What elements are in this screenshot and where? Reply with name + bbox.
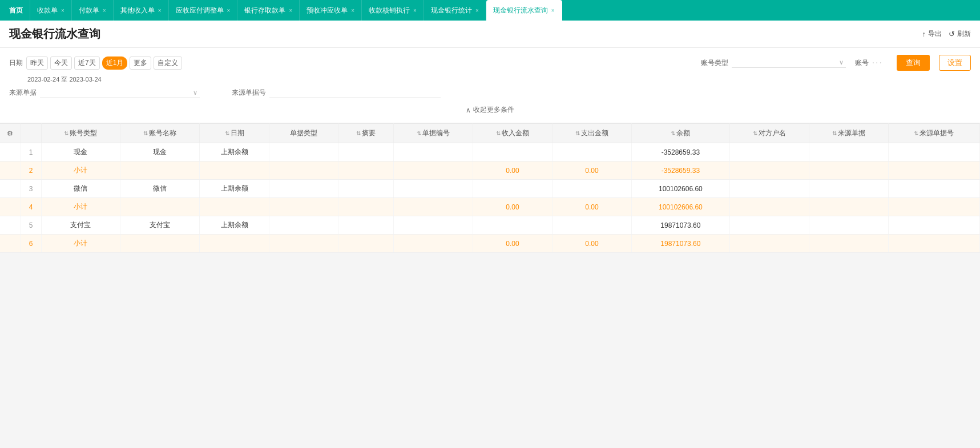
row-account-type: 微信 <box>41 180 120 198</box>
row-balance: 100102606.60 <box>631 198 729 216</box>
sort-icon: ⇅ <box>225 130 229 136</box>
refresh-label: 刷新 <box>957 29 971 39</box>
row-index: 5 <box>21 216 41 235</box>
row-account-type: 小计 <box>41 162 120 180</box>
query-button[interactable]: 查询 <box>897 55 930 71</box>
row-summary <box>338 235 394 253</box>
nav-tab-银行存取款单[interactable]: 银行存取款单× <box>237 0 300 21</box>
row-account-type: 小计 <box>41 198 120 216</box>
nav-tab-预收冲应收单[interactable]: 预收冲应收单× <box>300 0 362 21</box>
nav-tab-收款单[interactable]: 收款单× <box>30 0 72 21</box>
row-index: 6 <box>21 235 41 253</box>
date-option-更多[interactable]: 更多 <box>130 56 151 70</box>
row-account-name <box>120 162 200 180</box>
source-doc-select[interactable]: ∨ <box>40 88 200 98</box>
nav-tab-现金银行流水查询[interactable]: 现金银行流水查询× <box>486 0 562 21</box>
row-date <box>200 198 269 216</box>
filter-row-1: 日期 昨天今天近7天近1月更多自定义 账号类型 ∨ 账号 ··· 查询 设置 <box>9 55 971 71</box>
row-summary <box>338 143 394 162</box>
row-settings <box>0 198 21 216</box>
tab-close-icon[interactable]: × <box>551 7 555 14</box>
collapse-bar[interactable]: ∧ 收起更多条件 <box>9 103 971 118</box>
refresh-button[interactable]: ↺ 刷新 <box>949 29 971 39</box>
row-summary <box>338 180 394 198</box>
col-account-name[interactable]: ⇅账号名称 <box>120 124 200 143</box>
source-doc-num-input[interactable] <box>269 87 441 98</box>
row-expense: 0.00 <box>552 162 631 180</box>
row-account-type: 现金 <box>41 143 120 162</box>
nav-tab-付款单[interactable]: 付款单× <box>72 0 114 21</box>
nav-tab-收款核销执行[interactable]: 收款核销执行× <box>362 0 424 21</box>
nav-tab-应收应付调整单[interactable]: 应收应付调整单× <box>169 0 238 21</box>
table-row: 3微信微信上期余额100102606.60 <box>0 180 980 198</box>
sort-icon: ⇅ <box>753 130 757 136</box>
row-settings <box>0 180 21 198</box>
tab-close-icon[interactable]: × <box>227 7 231 14</box>
account-type-select[interactable]: ∨ <box>732 58 846 68</box>
row-counterpart <box>729 235 809 253</box>
tab-close-icon[interactable]: × <box>289 7 292 14</box>
export-button[interactable]: ↑ 导出 <box>922 29 942 39</box>
account-filter: 账号 ··· <box>855 58 888 68</box>
row-doc-type <box>269 162 338 180</box>
tab-label: 付款单 <box>79 6 99 15</box>
col-doc-type[interactable]: 单据类型 <box>269 124 338 143</box>
tab-close-icon[interactable]: × <box>103 7 106 14</box>
row-source-doc-no <box>888 162 979 180</box>
table-row: 6小计0.000.0019871073.60 <box>0 235 980 253</box>
row-counterpart <box>729 162 809 180</box>
row-income <box>473 216 552 235</box>
col-source-doc-no[interactable]: ⇅来源单据号 <box>888 124 979 143</box>
col-date[interactable]: ⇅日期 <box>200 124 269 143</box>
date-option-近7天[interactable]: 近7天 <box>74 56 100 70</box>
col-counterpart[interactable]: ⇅对方户名 <box>729 124 809 143</box>
row-counterpart <box>729 180 809 198</box>
col-income[interactable]: ⇅收入金额 <box>473 124 552 143</box>
row-balance: 19871073.60 <box>631 235 729 253</box>
date-option-昨天[interactable]: 昨天 <box>26 56 48 70</box>
col-account-type[interactable]: ⇅账号类型 <box>41 124 120 143</box>
sort-icon: ⇅ <box>575 130 580 136</box>
date-range-text: 2023-02-24 至 2023-03-24 <box>27 76 102 83</box>
tab-close-icon[interactable]: × <box>475 7 479 14</box>
row-balance: -3528659.33 <box>631 143 729 162</box>
col-balance[interactable]: ⇅余额 <box>631 124 729 143</box>
tab-close-icon[interactable]: × <box>351 7 354 14</box>
settings-col-header[interactable]: ⚙ <box>0 124 21 143</box>
sort-icon: ⇅ <box>143 130 148 136</box>
account-label: 账号 <box>855 58 869 68</box>
col-summary[interactable]: ⇅摘要 <box>338 124 394 143</box>
row-income <box>473 180 552 198</box>
ellipsis-icon[interactable]: ··· <box>872 58 883 68</box>
tab-close-icon[interactable]: × <box>158 7 162 14</box>
col-doc-no[interactable]: ⇅单据编号 <box>393 124 473 143</box>
table-row: 5支付宝支付宝上期余额19871073.60 <box>0 216 980 235</box>
row-balance: 100102606.60 <box>631 180 729 198</box>
date-label: 日期 <box>9 58 23 68</box>
nav-tab-其他收入单[interactable]: 其他收入单× <box>114 0 169 21</box>
export-label: 导出 <box>928 29 942 39</box>
date-option-今天[interactable]: 今天 <box>50 56 72 70</box>
row-doc-type <box>269 198 338 216</box>
row-summary <box>338 216 394 235</box>
sort-icon: ⇅ <box>496 130 501 136</box>
col-source-doc[interactable]: ⇅来源单据 <box>809 124 888 143</box>
settings-button[interactable]: 设置 <box>939 55 971 71</box>
row-source-doc-no <box>888 216 979 235</box>
date-option-近1月[interactable]: 近1月 <box>102 56 128 70</box>
row-expense <box>552 180 631 198</box>
nav-tab-现金银行统计[interactable]: 现金银行统计× <box>424 0 486 21</box>
sort-icon: ⇅ <box>671 130 675 136</box>
row-balance: -3528659.33 <box>631 162 729 180</box>
row-counterpart <box>729 143 809 162</box>
row-counterpart <box>729 216 809 235</box>
refresh-icon: ↺ <box>949 30 955 38</box>
row-source-doc <box>809 180 888 198</box>
row-source-doc <box>809 235 888 253</box>
tab-close-icon[interactable]: × <box>61 7 64 14</box>
tab-close-icon[interactable]: × <box>413 7 417 14</box>
page-header: 现金银行流水查询 ↑ 导出 ↺ 刷新 <box>0 21 980 48</box>
date-option-自定义[interactable]: 自定义 <box>154 56 182 70</box>
col-expense[interactable]: ⇅支出金额 <box>552 124 631 143</box>
nav-home[interactable]: 首页 <box>2 0 30 21</box>
